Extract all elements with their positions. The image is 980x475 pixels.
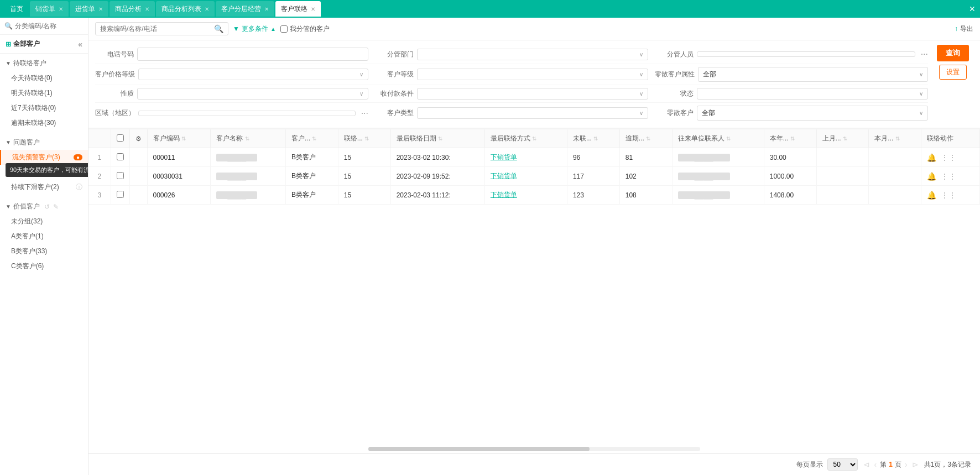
action-contact-icon[interactable]: 🔔	[927, 153, 936, 162]
my-customers-checkbox-area[interactable]: 我分管的客户	[280, 24, 330, 34]
th-last-method[interactable]: 最后联络方式 ⇅	[484, 129, 567, 148]
sidebar-group-pending-title[interactable]: ▼ 待联络客户	[0, 56, 88, 71]
sidebar-item-churn-warning[interactable]: 流失预警客户(3) ●	[0, 150, 88, 165]
sidebar-item-class-a[interactable]: A类客户(1)	[0, 229, 88, 244]
action-more-icon[interactable]: ⋮⋮	[941, 172, 956, 181]
cell-last-method[interactable]: 下销货单	[484, 186, 567, 205]
cell-check[interactable]	[111, 148, 129, 167]
sidebar-item-today[interactable]: 今天待联络(0)	[0, 71, 88, 86]
filter-region-more-icon[interactable]: ···	[361, 108, 368, 118]
th-code[interactable]: 客户编码 ⇅	[147, 129, 211, 148]
cell-last-method[interactable]: 下销货单	[484, 167, 567, 186]
filter-customer-type-select[interactable]: ∨	[417, 107, 648, 119]
scroll-track[interactable]	[368, 447, 700, 451]
cell-last-month	[816, 186, 869, 205]
action-more-icon[interactable]: ⋮⋮	[941, 153, 956, 162]
tab-close-customer-tier[interactable]: ✕	[264, 6, 269, 12]
tab-sales[interactable]: 销货单 ✕	[30, 1, 69, 17]
action-contact-icon[interactable]: 🔔	[927, 191, 936, 200]
last-method-link[interactable]: 下销货单	[491, 153, 517, 161]
cell-last-method[interactable]: 下销货单	[484, 148, 567, 167]
sidebar-item-tomorrow[interactable]: 明天待联络(1)	[0, 86, 88, 101]
th-name[interactable]: 客户名称 ⇅	[211, 129, 286, 148]
tab-close-customer-contact[interactable]: ✕	[311, 6, 315, 12]
th-this-year[interactable]: 本年... ⇅	[764, 129, 816, 148]
cell-check[interactable]	[111, 167, 129, 186]
sidebar-item-7days[interactable]: 近7天待联络(0)	[0, 101, 88, 116]
my-customers-checkbox[interactable]	[280, 25, 288, 33]
last-page-btn[interactable]: ⊳	[911, 460, 920, 469]
last-method-link[interactable]: 下销货单	[491, 172, 517, 180]
window-close-btn[interactable]: ✕	[969, 4, 976, 13]
filter-status-select[interactable]: ∨	[697, 88, 928, 100]
sidebar-item-declining[interactable]: 持续下滑客户(2) ⓘ	[0, 180, 88, 195]
cell-action: 🔔 ⋮⋮	[921, 186, 980, 205]
sidebar-collapse-btn[interactable]: «	[78, 40, 82, 49]
sidebar-search-input[interactable]	[15, 22, 88, 30]
action-more-icon[interactable]: ⋮⋮	[941, 191, 956, 200]
filter-customer-grade-select[interactable]: ∨	[417, 69, 648, 80]
tab-customer-tier[interactable]: 客户分层经营 ✕	[216, 1, 274, 17]
value-edit-icon[interactable]: ✎	[53, 203, 59, 211]
more-filters-btn[interactable]: ▼ 更多条件 ▲	[233, 24, 276, 34]
horizontal-scrollbar[interactable]	[88, 445, 980, 453]
filter-sparse-attr-select[interactable]: 全部 ∨	[698, 67, 928, 82]
select-all-checkbox[interactable]	[117, 134, 124, 142]
sidebar-item-class-c[interactable]: C类客户(6)	[0, 259, 88, 274]
column-settings-icon[interactable]: ⚙	[135, 135, 142, 143]
last-method-link[interactable]: 下销货单	[491, 191, 517, 199]
first-page-btn[interactable]: ⊲	[862, 460, 871, 469]
filter-price-grade-select[interactable]: ∨	[138, 69, 368, 80]
sidebar-group-value-title[interactable]: ▼ 价值客户 ↺ ✎	[0, 199, 88, 214]
filter-sparse-customer-select[interactable]: 全部 ∨	[697, 106, 928, 121]
sidebar-item-ungrouped[interactable]: 未分组(32)	[0, 214, 88, 229]
tab-close-purchase[interactable]: ✕	[98, 6, 103, 12]
th-contact[interactable]: 联络... ⇅	[338, 129, 390, 148]
tab-customer-contact[interactable]: 客户联络 ✕	[275, 1, 321, 17]
row-checkbox[interactable]	[117, 172, 124, 179]
search-input[interactable]	[100, 25, 211, 33]
th-unit-contact[interactable]: 往来单位联系人 ⇅	[672, 129, 764, 148]
export-btn[interactable]: ↑ 导出	[955, 24, 973, 34]
prev-page-btn[interactable]: ‹	[873, 460, 878, 469]
filter-payment-label: 收付款条件	[375, 89, 414, 98]
tab-home[interactable]: 首页	[4, 2, 29, 16]
row-checkbox[interactable]	[117, 191, 124, 198]
th-uncontacted[interactable]: 未联... ⇅	[567, 129, 619, 148]
filter-nature-select[interactable]: ∨	[137, 88, 368, 100]
tab-analysis[interactable]: 商品分析 ✕	[110, 1, 155, 17]
filter-phone-input[interactable]	[137, 48, 368, 61]
grid-icon: ⊞	[6, 40, 11, 48]
search-button[interactable]: 🔍	[214, 24, 223, 33]
tab-purchase[interactable]: 进货单 ✕	[70, 1, 108, 17]
filter-region-select[interactable]	[138, 111, 356, 116]
scroll-thumb[interactable]	[368, 447, 590, 451]
filter-manager-select[interactable]	[697, 51, 915, 57]
tab-close-analysis-list[interactable]: ✕	[205, 6, 209, 12]
tab-close-sales[interactable]: ✕	[59, 6, 63, 12]
th-settings[interactable]: ⚙	[129, 129, 147, 148]
filter-status-label: 状态	[655, 89, 694, 98]
tab-close-analysis[interactable]: ✕	[145, 6, 149, 12]
sidebar-item-overdue[interactable]: 逾期未联络(30)	[0, 116, 88, 131]
settings-button[interactable]: 设置	[939, 65, 967, 80]
th-overdue[interactable]: 逾期... ⇅	[619, 129, 672, 148]
row-checkbox[interactable]	[117, 153, 124, 160]
cell-check[interactable]	[111, 186, 129, 205]
filter-payment-select[interactable]: ∨	[417, 88, 648, 100]
query-button[interactable]: 查询	[937, 45, 969, 61]
action-contact-icon[interactable]: 🔔	[927, 172, 936, 181]
next-page-btn[interactable]: ›	[904, 460, 909, 469]
sidebar-item-class-b[interactable]: B类客户(33)	[0, 244, 88, 259]
tab-analysis-list[interactable]: 商品分析列表 ✕	[156, 1, 215, 17]
th-last-month[interactable]: 上月... ⇅	[816, 129, 869, 148]
th-type[interactable]: 客户... ⇅	[286, 129, 338, 148]
th-last-date[interactable]: 最后联络日期 ⇅	[390, 129, 484, 148]
value-refresh-icon[interactable]: ↺	[44, 203, 50, 211]
th-this-month[interactable]: 本月... ⇅	[869, 129, 921, 148]
per-page-select[interactable]: 50 100 200	[827, 458, 858, 471]
page-label: 第	[880, 460, 887, 469]
filter-dept-select[interactable]: ∨	[417, 49, 648, 60]
sidebar-group-problem-title[interactable]: ▼ 问题客户	[0, 135, 88, 150]
filter-manager-more-icon[interactable]: ···	[921, 49, 928, 59]
